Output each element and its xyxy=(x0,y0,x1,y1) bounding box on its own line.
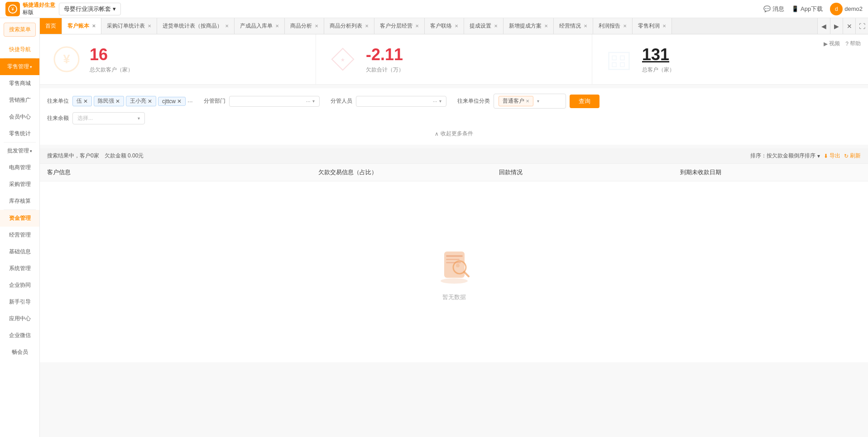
tab-new-commission[interactable]: 新增提成方案 ✕ xyxy=(504,18,554,34)
sidebar-item-enterprise-collab[interactable]: 企业协同 xyxy=(0,277,39,294)
filter-row-unit: 往来单位 伍 ✕ 陈民强 ✕ 王小亮 ✕ xyxy=(47,94,861,109)
tab-close-icon-5[interactable]: ✕ xyxy=(315,24,318,28)
sort-btn[interactable]: 排序：按欠款金额倒序排序 ▾ xyxy=(750,152,820,160)
tab-finished-goods[interactable]: 产成品入库单 ✕ xyxy=(235,18,285,34)
sidebar-item-operations[interactable]: 经营管理 xyxy=(0,227,39,243)
tab-close-icon-3[interactable]: ✕ xyxy=(225,24,229,28)
tag-close-wang[interactable]: ✕ xyxy=(148,98,152,104)
help-link[interactable]: ? 帮助 xyxy=(845,40,861,48)
tab-close-all-btn[interactable]: ✕ xyxy=(843,18,855,34)
sidebar-item-marketing[interactable]: 营销推广 xyxy=(0,92,39,109)
logo-text: 畅捷通好生意 标版 xyxy=(23,2,55,16)
tab-customer-contact[interactable]: 客户联络 ✕ xyxy=(425,18,464,34)
stat-info-total: 131 总客户（家） xyxy=(642,45,675,74)
sidebar-item-wholesale[interactable]: 批发管理 ▾ xyxy=(0,142,39,159)
sidebar-item-ecommerce[interactable]: 电商管理 xyxy=(0,159,39,176)
tab-product-analysis[interactable]: 商品分析 ✕ xyxy=(285,18,324,34)
sidebar-item-member-center[interactable]: 会员中心 xyxy=(0,109,39,125)
sidebar-item-chang-member[interactable]: 畅会员 xyxy=(0,344,39,361)
filter-category-select[interactable]: 普通客户 ✕ ▾ xyxy=(494,94,566,109)
tab-product-analysis-list[interactable]: 商品分析列表 ✕ xyxy=(324,18,374,34)
category-tag-close[interactable]: ✕ xyxy=(526,99,529,104)
tab-home[interactable]: 首页 xyxy=(40,18,62,34)
tag-close-cjttcw[interactable]: ✕ xyxy=(177,98,182,104)
result-bar: 搜索结果中，客户0家 欠款金额 0.00元 排序：按欠款金额倒序排序 ▾ ⬇ 导… xyxy=(40,148,868,164)
filter-label-person: 分管人员 xyxy=(331,97,352,105)
tab-close-icon-7[interactable]: ✕ xyxy=(415,24,419,28)
sort-chevron-icon: ▾ xyxy=(817,153,820,159)
filter-person-select[interactable]: ··· ▾ xyxy=(356,96,446,107)
user-menu[interactable]: d demo2 xyxy=(830,3,863,15)
tab-close-icon-12[interactable]: ✕ xyxy=(623,24,627,28)
tab-close-icon-13[interactable]: ✕ xyxy=(662,24,666,28)
tab-close-icon-10[interactable]: ✕ xyxy=(544,24,548,28)
tab-purchase-order-stats[interactable]: 采购订单统计表 ✕ xyxy=(101,18,157,34)
tab-maximize-btn[interactable]: ⛶ xyxy=(855,18,868,34)
filter-dept-dots[interactable]: ··· xyxy=(306,98,311,104)
unit-tag-wu[interactable]: 伍 ✕ xyxy=(72,96,92,106)
tab-bar: 首页 客户账本 ✕ 采购订单统计表 ✕ 进货单统计表（按商品） ✕ 产成品入库单… xyxy=(40,18,868,34)
chevron-down-icon: ▾ xyxy=(113,5,116,12)
tab-close-icon-4[interactable]: ✕ xyxy=(275,24,279,28)
tab-close-icon-2[interactable]: ✕ xyxy=(148,24,151,28)
sidebar-item-enterprise-wechat[interactable]: 企业微信 xyxy=(0,327,39,344)
empty-text: 暂无数据 xyxy=(442,293,466,301)
tab-next-btn[interactable]: ▶ xyxy=(830,18,843,34)
refresh-btn[interactable]: ↻ 刷新 xyxy=(844,152,861,160)
tab-close-icon-9[interactable]: ✕ xyxy=(494,24,498,28)
enterprise-select[interactable]: 母婴行业演示帐套 ▾ xyxy=(59,3,121,15)
query-button[interactable]: 查询 xyxy=(570,95,599,108)
sidebar-item-basic-info[interactable]: 基础信息 xyxy=(0,243,39,260)
category-tag[interactable]: 普通客户 ✕ xyxy=(499,96,533,106)
filter-label-category: 往来单位分类 xyxy=(457,97,490,105)
filter-row-balance: 往来余额 选择... ▾ xyxy=(47,112,861,124)
sidebar-item-retail-stats[interactable]: 零售统计 xyxy=(0,125,39,142)
message-btn[interactable]: 💬 消息 xyxy=(763,5,784,13)
tab-close-icon-8[interactable]: ✕ xyxy=(455,24,458,28)
stat-video-help: ▶ 视频 ? 帮助 xyxy=(824,40,861,48)
sidebar-item-finance[interactable]: 资金管理 xyxy=(0,210,39,227)
sidebar-item-app-center[interactable]: 应用中心 xyxy=(0,310,39,327)
sidebar-item-retail-mall[interactable]: 零售商城 xyxy=(0,75,39,92)
tab-customer-tier[interactable]: 客户分层经营 ✕ xyxy=(374,18,425,34)
sidebar-item-inventory[interactable]: 库存核算 xyxy=(0,193,39,209)
chevron-icon: ▾ xyxy=(30,65,32,69)
tab-customer-ledger[interactable]: 客户账本 ✕ xyxy=(62,18,101,34)
table-header: 客户信息 欠款交易信息（占比） 回款情况 到期未收款日期 xyxy=(40,164,868,181)
app-download-btn[interactable]: 📱 App下载 xyxy=(791,5,823,13)
tab-close-icon-6[interactable]: ✕ xyxy=(365,24,369,28)
tab-operations[interactable]: 经营情况 ✕ xyxy=(554,18,593,34)
tab-close-icon-11[interactable]: ✕ xyxy=(584,24,587,28)
tab-profit-report[interactable]: 利润报告 ✕ xyxy=(593,18,633,34)
stat-value-total-customers: 131 xyxy=(642,45,675,64)
tab-commission-settings[interactable]: 提成设置 ✕ xyxy=(464,18,504,34)
unit-tag-wang[interactable]: 王小亮 ✕ xyxy=(126,96,156,106)
tag-close-chen[interactable]: ✕ xyxy=(115,98,120,104)
tag-close-wu[interactable]: ✕ xyxy=(83,98,88,104)
sidebar-item-new-guide[interactable]: 新手引导 xyxy=(0,294,39,310)
sidebar-item-system[interactable]: 系统管理 xyxy=(0,260,39,277)
collapse-more-btn[interactable]: ∧ 收起更多条件 xyxy=(47,128,861,139)
sidebar-item-quick-nav[interactable]: 快捷导航 xyxy=(0,41,39,58)
sidebar-item-purchase[interactable]: 采购管理 xyxy=(0,176,39,193)
sidebar-item-retail[interactable]: 零售管理 ▾ xyxy=(0,58,39,75)
export-btn[interactable]: ⬇ 导出 xyxy=(824,152,840,160)
svg-point-17 xyxy=(456,264,460,267)
building-icon xyxy=(603,43,635,75)
filter-dept-select[interactable]: ··· ▾ xyxy=(229,96,320,107)
tab-retail-profit[interactable]: 零售利润 ✕ xyxy=(633,18,672,34)
video-link[interactable]: ▶ 视频 xyxy=(824,40,840,48)
tab-close-icon[interactable]: ✕ xyxy=(92,24,96,28)
filter-person-dots[interactable]: ··· xyxy=(433,98,437,104)
unit-tag-cjttcw[interactable]: cjttcw ✕ xyxy=(158,97,186,106)
message-icon: 💬 xyxy=(763,5,771,12)
tab-prev-btn[interactable]: ◀ xyxy=(817,18,830,34)
search-result-text: 搜索结果中，客户0家 xyxy=(47,152,99,160)
filter-more-tags[interactable]: ··· xyxy=(187,98,193,105)
search-menu-button[interactable]: 搜索菜单 xyxy=(4,23,36,37)
col-overdue-info: 欠款交易信息（占比） xyxy=(318,168,499,176)
unit-tag-chen[interactable]: 陈民强 ✕ xyxy=(94,96,124,106)
filter-balance-select[interactable]: 选择... ▾ xyxy=(72,112,145,124)
col-customer-info: 客户信息 xyxy=(47,168,318,176)
tab-purchase-stats-product[interactable]: 进货单统计表（按商品） ✕ xyxy=(157,18,235,34)
